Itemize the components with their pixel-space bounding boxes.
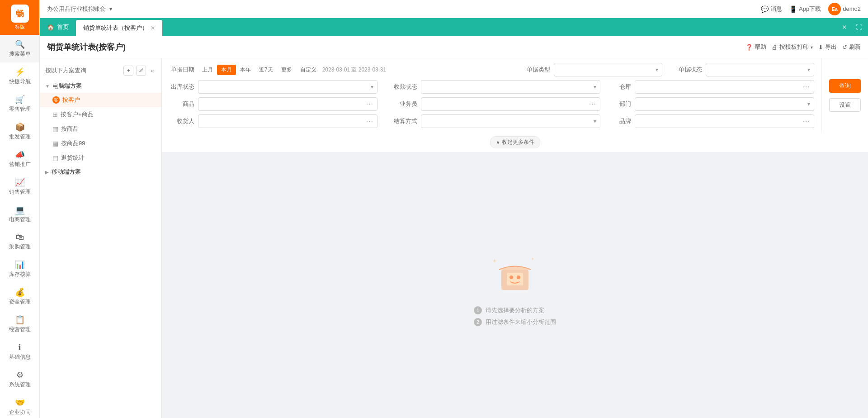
date-btn-this-year[interactable]: 本年 xyxy=(236,65,255,75)
sidebar-item-basic[interactable]: ℹ 基础信息 xyxy=(0,338,39,366)
warehouse-select[interactable]: ··· xyxy=(635,80,814,94)
tab-close-all-button[interactable]: ✕ xyxy=(839,22,850,33)
sidebar-item-purchase[interactable]: 🛍 采购管理 xyxy=(0,228,39,255)
plan-group-mobile-header[interactable]: ▶ 移动端方案 xyxy=(40,165,161,179)
hint-1-num: 1 xyxy=(474,306,482,314)
plan-panel-header: 按以下方案查询 + « xyxy=(40,62,161,79)
sidebar-item-operations[interactable]: 📋 经营管理 xyxy=(0,310,39,338)
refresh-button[interactable]: ↺ 刷新 xyxy=(842,43,861,51)
salesman-select[interactable]: ··· xyxy=(421,97,600,111)
settings-button[interactable]: 设置 xyxy=(829,98,861,112)
edit-icon xyxy=(138,68,144,73)
plan-item-by-goods-99[interactable]: ▦ 按商品99 xyxy=(40,136,161,151)
collect-status-select[interactable]: ▾ xyxy=(421,80,600,94)
sidebar-item-label: 企业协同 xyxy=(9,408,31,416)
right-panel: 单据日期 上月 本月 本年 近7天 更多 自定义 2023-03-01 至 20… xyxy=(162,58,868,418)
filter-row-1: 单据日期 上月 本月 本年 近7天 更多 自定义 2023-03-01 至 20… xyxy=(162,58,821,80)
query-button[interactable]: 查询 xyxy=(829,79,861,93)
tab-home[interactable]: 🏠 首页 xyxy=(40,18,76,36)
message-button[interactable]: 💬 消息 xyxy=(761,5,782,13)
sidebar-item-label: 营销推广 xyxy=(9,161,31,168)
brand-label: 品牌 xyxy=(615,117,631,125)
tab-sales-stat[interactable]: 销货单统计表（按客户） ✕ xyxy=(76,20,162,36)
user-profile[interactable]: Ea demo2 xyxy=(828,3,861,15)
sidebar-item-label: 快捷导航 xyxy=(9,78,31,86)
date-btn-more[interactable]: 更多 xyxy=(277,65,296,75)
plan-item-bar-icon: ▤ xyxy=(52,154,58,162)
sidebar-item-enterprise[interactable]: 🤝 企业协同 xyxy=(0,393,39,418)
filter-section: 单据日期 上月 本月 本年 近7天 更多 自定义 2023-03-01 至 20… xyxy=(162,58,868,152)
settle-dropdown-icon: ▾ xyxy=(594,118,596,124)
brand-select[interactable]: ··· xyxy=(635,114,814,128)
settle-label: 结算方式 xyxy=(392,117,417,125)
receiver-select[interactable]: ··· xyxy=(198,114,377,128)
plan-item-by-customer[interactable]: 客 按客户 xyxy=(40,93,161,107)
sidebar-item-label: 电商管理 xyxy=(9,216,31,223)
logo-tagline: 标版 xyxy=(15,24,25,30)
date-btn-7days[interactable]: 近7天 xyxy=(255,65,277,75)
plan-group-desktop-header[interactable]: ▼ 电脑端方案 xyxy=(40,79,161,93)
out-status-dropdown-icon: ▾ xyxy=(371,84,373,90)
basic-icon: ℹ xyxy=(18,342,21,352)
empty-state: ✦ ✦ ✦ 1 请先选择要分析的方案 2 用过滤条件来缩小分析范围 xyxy=(474,245,556,326)
tab-close-icon[interactable]: ✕ xyxy=(151,25,155,31)
search-icon: 🔍 xyxy=(15,39,25,49)
sidebar-item-marketing[interactable]: 📣 营销推广 xyxy=(0,145,39,173)
settle-select[interactable]: ▾ xyxy=(421,114,600,128)
plan-item-grid-icon: ⊞ xyxy=(52,111,58,118)
sidebar-item-label: 系统管理 xyxy=(9,381,31,389)
out-status-select[interactable]: ▾ xyxy=(198,80,377,94)
inventory-icon: 📊 xyxy=(15,260,25,270)
plan-item-by-goods[interactable]: ▦ 按商品 xyxy=(40,122,161,136)
dept-select[interactable]: ▾ xyxy=(635,97,814,111)
sidebar-item-search[interactable]: 🔍 搜索菜单 xyxy=(0,35,39,62)
plan-collapse-button[interactable]: « xyxy=(149,66,156,75)
home-icon: 🏠 xyxy=(47,24,54,31)
doc-status-select[interactable]: ▾ xyxy=(706,63,814,76)
sidebar-item-shortcut[interactable]: ⚡ 快捷导航 xyxy=(0,62,39,90)
plan-item-label: 按客户 xyxy=(62,96,80,104)
plan-item-label: 按客户+商品 xyxy=(61,110,94,119)
sidebar-item-system[interactable]: ⚙ 系统管理 xyxy=(0,366,39,393)
hint-1-text: 请先选择要分析的方案 xyxy=(486,306,544,314)
sidebar-item-retail[interactable]: 🛒 零售管理 xyxy=(0,90,39,118)
goods-dots: ··· xyxy=(366,100,373,108)
svg-text:✦: ✦ xyxy=(526,271,529,275)
date-btn-custom[interactable]: 自定义 xyxy=(296,65,321,75)
date-btn-last-month[interactable]: 上月 xyxy=(198,65,217,75)
print-button[interactable]: 🖨 按模板打印 ▾ xyxy=(772,43,813,51)
sidebar-item-inventory[interactable]: 📊 库存核算 xyxy=(0,255,39,283)
workspace-dropdown-icon[interactable]: ▾ xyxy=(109,6,112,12)
help-button[interactable]: ❓ 帮助 xyxy=(745,43,766,51)
sidebar-item-wholesale[interactable]: 📦 批发管理 xyxy=(0,118,39,145)
doc-type-select[interactable]: ▾ xyxy=(554,63,662,76)
help-icon: ❓ xyxy=(745,44,753,51)
filter-row-2: 出库状态 ▾ 收款状态 ▾ 仓库 xyxy=(162,80,821,97)
sidebar-item-ecommerce[interactable]: 💻 电商管理 xyxy=(0,200,39,228)
marketing-icon: 📣 xyxy=(15,150,25,160)
app-download-label: App下载 xyxy=(799,5,821,13)
plan-item-return-stat[interactable]: ▤ 退货统计 xyxy=(40,151,161,165)
warehouse-dots: ··· xyxy=(803,83,810,91)
plan-add-button[interactable]: + xyxy=(123,66,133,76)
app-download-button[interactable]: 📱 App下载 xyxy=(789,5,821,13)
logo-icon: 畅 xyxy=(11,5,29,23)
date-btn-this-month[interactable]: 本月 xyxy=(217,65,236,75)
plan-edit-button[interactable] xyxy=(136,66,146,76)
export-button[interactable]: ⬇ 导出 xyxy=(818,43,837,51)
finance-icon: 💰 xyxy=(15,287,25,297)
tab-home-label: 首页 xyxy=(57,23,69,31)
collapse-more-button[interactable]: ∧ 收起更多条件 xyxy=(490,136,540,148)
doc-status-dropdown-icon: ▾ xyxy=(807,66,810,73)
plan-item-by-customer-goods[interactable]: ⊞ 按客户+商品 xyxy=(40,107,161,122)
date-filter: 上月 本月 本年 近7天 更多 自定义 2023-03-01 至 2023-03… xyxy=(198,65,510,75)
export-icon: ⬇ xyxy=(818,44,823,51)
svg-text:✦: ✦ xyxy=(531,256,534,261)
sidebar-item-finance[interactable]: 💰 资金管理 xyxy=(0,283,39,310)
sidebar-item-sales[interactable]: 📈 销售管理 xyxy=(0,173,39,200)
plan-panel-actions: + « xyxy=(123,66,156,76)
goods-select[interactable]: ··· xyxy=(198,97,377,111)
salesman-dots: ··· xyxy=(589,100,596,108)
sidebar-logo[interactable]: 畅 标版 xyxy=(0,0,39,35)
tab-maximize-button[interactable]: ⛶ xyxy=(854,22,864,33)
